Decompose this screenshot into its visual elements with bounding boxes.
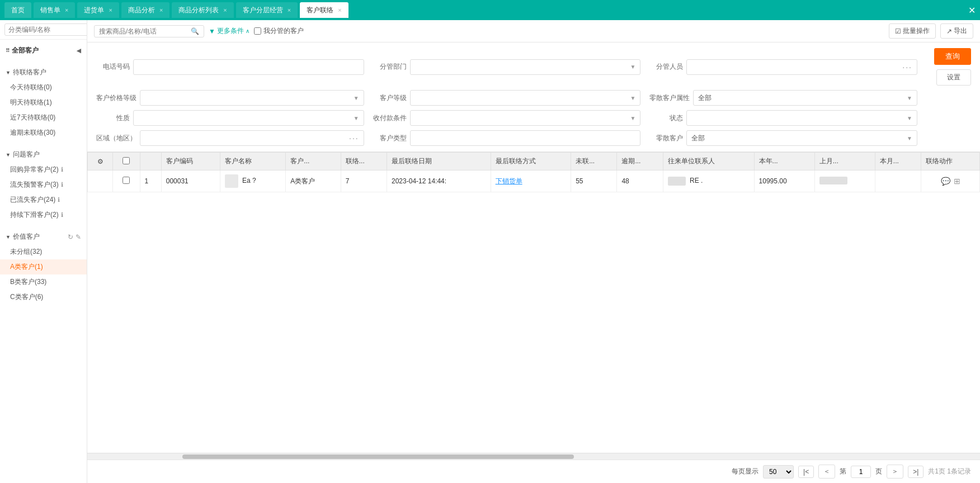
page-size-select[interactable]: 50 100 200 bbox=[763, 465, 794, 479]
sidebar-item-b-class[interactable]: B类客户(33) bbox=[0, 274, 87, 290]
actions-col-header: 联络动作 bbox=[921, 153, 980, 171]
prev-page-btn[interactable]: ＜ bbox=[818, 465, 835, 479]
sidebar-item-repurchase-abnormal[interactable]: 回购异常客户(2) ℹ bbox=[0, 162, 87, 177]
row-checkbox[interactable] bbox=[123, 177, 130, 184]
refresh-icon[interactable]: ↻ bbox=[68, 233, 73, 241]
qr-icon[interactable]: ⊞ bbox=[954, 177, 960, 186]
last-date-col-header[interactable]: 最后联络日期 bbox=[387, 153, 491, 171]
type-col-header[interactable]: 客户... bbox=[286, 153, 341, 171]
sidebar-item-tomorrow-pending[interactable]: 明天待联络(1) bbox=[0, 95, 87, 110]
manager-input[interactable]: ··· bbox=[686, 59, 917, 75]
retail-customer-select[interactable]: 全部 ▼ bbox=[686, 130, 917, 146]
select-all-checkbox[interactable] bbox=[123, 157, 130, 164]
export-btn[interactable]: ↗ 导出 bbox=[940, 23, 973, 39]
phone-input[interactable] bbox=[133, 59, 364, 75]
sidebar-item-today-pending[interactable]: 今天待联络(0) bbox=[0, 80, 87, 95]
sidebar-item-unclassified[interactable]: 未分组(32) bbox=[0, 244, 87, 259]
region-dots-icon: ··· bbox=[349, 134, 359, 143]
no-contact-col-header[interactable]: 未联... bbox=[571, 153, 617, 171]
sidebar-item-declining[interactable]: 持续下滑客户(2) ℹ bbox=[0, 207, 87, 222]
last-month-col-header[interactable]: 上月... bbox=[814, 153, 875, 171]
filter-actions: ☑ 批量操作 ↗ 导出 bbox=[889, 23, 973, 39]
scrollbar-thumb[interactable] bbox=[182, 454, 574, 459]
sidebar-item-a-class[interactable]: A类客户(1) bbox=[0, 259, 87, 274]
main-search-input[interactable] bbox=[99, 27, 189, 35]
manager-dots-icon: ··· bbox=[902, 63, 912, 72]
region-input[interactable]: ··· bbox=[140, 130, 364, 146]
sidebar-item-7days-pending[interactable]: 近7天待联络(0) bbox=[0, 110, 87, 125]
value-section: ▼ 价值客户 ↻ ✎ 未分组(32) A类客户(1) B类客户(33) C类客户… bbox=[0, 226, 87, 308]
customers-table: ⚙ 客户编码 客户名称 客户... 联络... bbox=[87, 152, 980, 192]
row-checkbox-cell[interactable] bbox=[113, 171, 140, 192]
last-page-btn[interactable]: >| bbox=[908, 466, 924, 478]
status-arrow-icon: ▼ bbox=[907, 115, 912, 121]
contact-col-header[interactable]: 联络... bbox=[341, 153, 387, 171]
settings-button[interactable]: 设置 bbox=[936, 69, 971, 86]
row-name[interactable]: Ea ? bbox=[220, 171, 286, 192]
last-month-placeholder bbox=[819, 177, 847, 184]
sidebar-item-overdue-contact[interactable]: 逾期未联络(30) bbox=[0, 125, 87, 140]
close-goods-analysis-tab[interactable]: × bbox=[159, 7, 163, 13]
close-purchase-tab[interactable]: × bbox=[109, 7, 112, 13]
nature-arrow-icon: ▼ bbox=[354, 115, 359, 121]
my-customers-checkbox[interactable] bbox=[254, 27, 261, 35]
nature-select[interactable]: ▼ bbox=[133, 110, 364, 126]
value-title[interactable]: ▼ 价值客户 ↻ ✎ bbox=[0, 229, 87, 244]
checkbox-col-header[interactable] bbox=[113, 153, 140, 171]
problem-title[interactable]: ▼ 问题客户 bbox=[0, 147, 87, 162]
query-button[interactable]: 查询 bbox=[934, 48, 971, 65]
filter-row-1: 电话号码 分管部门 ▼ 分管人员 ··· 查询 设置 bbox=[96, 46, 971, 88]
all-customers-title[interactable]: ⠿ 全部客户 ◀ bbox=[0, 43, 87, 58]
batch-ops-btn[interactable]: ☑ 批量操作 bbox=[889, 23, 936, 39]
customer-level-select[interactable]: ▼ bbox=[410, 90, 641, 106]
horizontal-scrollbar[interactable] bbox=[87, 453, 980, 460]
close-goods-list-tab[interactable]: × bbox=[223, 7, 227, 13]
category-search-input[interactable] bbox=[4, 23, 87, 36]
tab-goods-analysis[interactable]: 商品分析 × bbox=[121, 2, 169, 18]
close-sales-tab[interactable]: × bbox=[65, 7, 68, 13]
table-header-row: ⚙ 客户编码 客户名称 客户... 联络... bbox=[88, 153, 980, 171]
row-last-method[interactable]: 下销货单 bbox=[491, 171, 571, 192]
pending-title[interactable]: ▼ 待联络客户 bbox=[0, 65, 87, 80]
row-code[interactable]: 000031 bbox=[161, 171, 220, 192]
page-number-input[interactable] bbox=[851, 466, 871, 478]
next-page-btn[interactable]: ＞ bbox=[887, 465, 903, 479]
retail-attr-select[interactable]: 全部 ▼ bbox=[693, 90, 917, 106]
this-month-col-header[interactable]: 本月... bbox=[875, 153, 921, 171]
tab-sales[interactable]: 销售单 × bbox=[34, 2, 75, 18]
info-icon3: ℹ bbox=[58, 196, 60, 203]
info-icon4: ℹ bbox=[61, 211, 63, 219]
this-year-col-header[interactable]: 本年... bbox=[754, 153, 814, 171]
close-customer-contact-tab[interactable]: × bbox=[338, 7, 341, 13]
filter-bar: 🔍 ▼ 更多条件 ∧ 我分管的客户 ☑ 批量操作 ↗ 导出 bbox=[87, 20, 980, 42]
price-level-select[interactable]: ▼ bbox=[140, 90, 364, 106]
more-conditions-btn[interactable]: ▼ 更多条件 ∧ bbox=[209, 26, 249, 36]
code-col-header[interactable]: 客户编码 bbox=[161, 153, 220, 171]
settings-col-header[interactable]: ⚙ bbox=[88, 153, 113, 171]
sidebar-item-c-class[interactable]: C类客户(6) bbox=[0, 290, 87, 305]
status-select[interactable]: ▼ bbox=[686, 110, 917, 126]
status-field: 状态 ▼ bbox=[649, 110, 917, 126]
unit-contact-col-header[interactable]: 往来单位联系人 bbox=[663, 153, 754, 171]
message-icon[interactable]: 💬 bbox=[941, 177, 950, 186]
tab-customer-segment[interactable]: 客户分层经营 × bbox=[236, 2, 298, 18]
advanced-filter: 电话号码 分管部门 ▼ 分管人员 ··· 查询 设置 bbox=[87, 42, 980, 152]
customer-type-input[interactable] bbox=[410, 130, 641, 146]
name-col-header[interactable]: 客户名称 bbox=[220, 153, 286, 171]
tab-purchase[interactable]: 进货单 × bbox=[77, 2, 119, 18]
first-page-btn[interactable]: |< bbox=[798, 466, 814, 478]
window-close-button[interactable]: ✕ bbox=[968, 5, 976, 16]
tab-goods-list[interactable]: 商品分析列表 × bbox=[172, 2, 233, 18]
edit-icon[interactable]: ✎ bbox=[76, 233, 81, 241]
payment-select[interactable]: ▼ bbox=[410, 110, 641, 126]
tab-home[interactable]: 首页 bbox=[4, 2, 31, 18]
sidebar-item-churned[interactable]: 已流失客户(24) ℹ bbox=[0, 192, 87, 207]
dept-select[interactable]: ▼ bbox=[410, 59, 641, 75]
overdue-col-header[interactable]: 逾期... bbox=[617, 153, 663, 171]
close-customer-segment-tab[interactable]: × bbox=[288, 7, 291, 13]
last-method-col-header[interactable]: 最后联络方式 bbox=[491, 153, 571, 171]
tab-customer-contact[interactable]: 客户联络 × bbox=[300, 2, 348, 18]
row-actions: 💬 ⊞ bbox=[921, 171, 980, 192]
sidebar-item-churn-warning[interactable]: 流失预警客户(3) ℹ bbox=[0, 177, 87, 192]
row-last-date: 2023-04-12 14:44: bbox=[387, 171, 491, 192]
